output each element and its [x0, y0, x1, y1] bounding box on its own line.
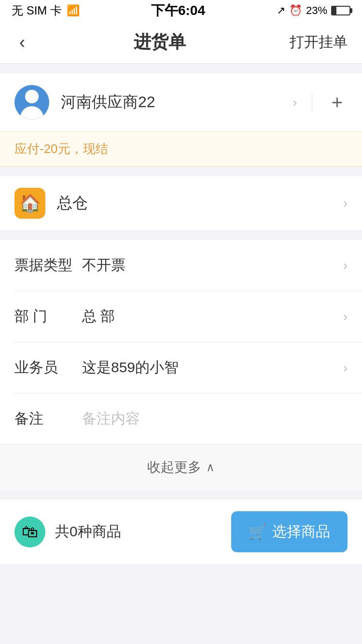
- invoice-type-value: 不开票: [72, 255, 343, 275]
- status-time: 下午6:04: [151, 1, 205, 20]
- salesperson-value: 这是859的小智: [72, 358, 343, 378]
- remark-row[interactable]: 备注 备注内容: [0, 393, 362, 444]
- invoice-type-chevron-icon: ›: [343, 258, 348, 273]
- supplier-divider: [312, 93, 312, 112]
- add-supplier-button[interactable]: +: [327, 92, 348, 113]
- invoice-type-row[interactable]: 票据类型 不开票 ›: [0, 240, 362, 291]
- supplier-avatar: [14, 85, 49, 120]
- department-chevron-icon: ›: [343, 309, 348, 324]
- payment-alert: 应付-20元，现结: [0, 131, 362, 167]
- product-icon-wrap: 🛍: [14, 517, 45, 547]
- supplier-section: 河南供应商22 › + 应付-20元，现结: [0, 73, 362, 167]
- supplier-chevron-icon: ›: [292, 95, 297, 110]
- invoice-type-label: 票据类型: [14, 255, 72, 275]
- page-title: 进货单: [134, 30, 186, 54]
- collapse-row[interactable]: 收起更多 ∧: [0, 444, 362, 490]
- department-value: 总 部: [72, 307, 343, 326]
- warehouse-chevron-icon: ›: [343, 196, 348, 211]
- product-count: 共0种商品: [55, 522, 222, 542]
- wifi-icon: 📶: [67, 4, 80, 17]
- select-product-button[interactable]: 🛒 选择商品: [231, 511, 348, 552]
- alert-text: 应付-20元，现结: [14, 141, 108, 156]
- status-bar: 无 SIM 卡 📶 下午6:04 ↗ ⏰ 23%: [0, 0, 362, 21]
- status-carrier: 无 SIM 卡 📶: [12, 3, 80, 18]
- location-icon: ↗: [277, 4, 285, 17]
- warehouse-name: 总仓: [57, 193, 343, 214]
- battery-percent: 23%: [306, 4, 327, 17]
- supplier-actions: › +: [292, 92, 348, 113]
- open-pending-button[interactable]: 打开挂单: [290, 32, 348, 52]
- warehouse-section: 🏠 总仓 ›: [0, 176, 362, 230]
- back-button[interactable]: ‹: [14, 28, 30, 57]
- nav-bar: ‹ 进货单 打开挂单: [0, 21, 362, 64]
- status-right: ↗ ⏰ 23%: [277, 4, 350, 17]
- form-section: 票据类型 不开票 › 部 门 总 部 › 业务员 这是859的小智 › 备注 备…: [0, 240, 362, 490]
- warehouse-icon-wrap: 🏠: [14, 188, 45, 219]
- alarm-icon: ⏰: [289, 4, 302, 17]
- salesperson-chevron-icon: ›: [343, 360, 348, 376]
- collapse-chevron-icon: ∧: [206, 461, 215, 474]
- product-icon: 🛍: [22, 522, 38, 541]
- collapse-text: 收起更多: [147, 458, 201, 476]
- salesperson-label: 业务员: [14, 358, 72, 378]
- select-product-label: 选择商品: [272, 522, 330, 542]
- supplier-name: 河南供应商22: [61, 92, 292, 113]
- warehouse-icon: 🏠: [19, 193, 41, 213]
- department-row[interactable]: 部 门 总 部 ›: [0, 291, 362, 342]
- product-section: 🛍 共0种商品 🛒 选择商品: [0, 500, 362, 564]
- remark-value: 备注内容: [72, 409, 348, 429]
- salesperson-row[interactable]: 业务员 这是859的小智 ›: [0, 342, 362, 393]
- select-product-icon: 🛒: [249, 523, 266, 540]
- remark-label: 备注: [14, 409, 72, 429]
- supplier-row[interactable]: 河南供应商22 › +: [0, 73, 362, 131]
- department-label: 部 门: [14, 307, 72, 326]
- warehouse-row[interactable]: 🏠 总仓 ›: [0, 176, 362, 230]
- battery-icon: [331, 6, 350, 15]
- avatar-person-icon: [14, 85, 49, 120]
